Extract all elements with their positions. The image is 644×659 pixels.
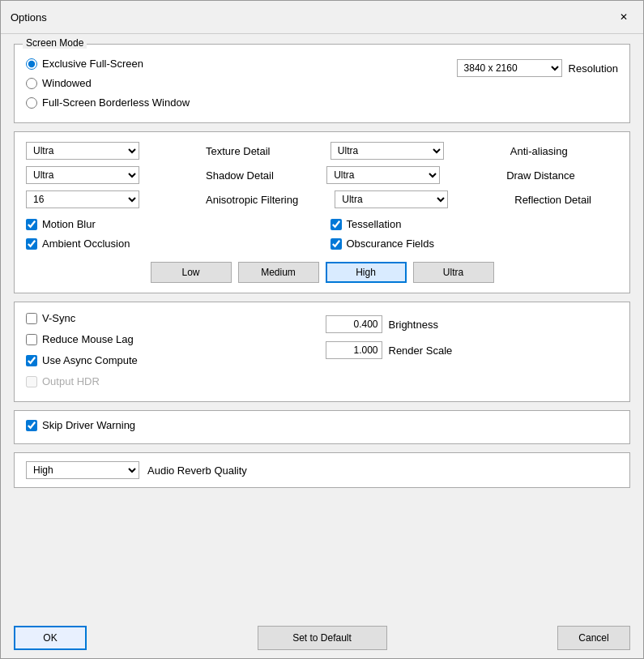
close-button[interactable]: ✕: [614, 7, 633, 27]
render-scale-input[interactable]: [326, 341, 382, 359]
borderless-radio[interactable]: [26, 97, 37, 109]
dialog-footer: OK Set to Default Cancel: [1, 618, 643, 658]
audio-reverb-quality-label: Audio Reverb Quality: [147, 464, 247, 477]
windowed-radio[interactable]: [26, 78, 37, 89]
shadow-detail-select[interactable]: UltraHighMediumLow: [26, 166, 139, 184]
windowed-option[interactable]: Windowed: [26, 77, 441, 89]
quality-checkboxes: Motion Blur Tessellation Ambient Occlusi…: [26, 218, 618, 254]
dialog-title: Options: [11, 11, 47, 24]
skip-driver-warning-label: Skip Driver Warning: [42, 419, 135, 431]
anti-aliasing-label: Anti-aliasing: [510, 145, 618, 157]
driver-warning-group: Skip Driver Warning: [14, 410, 630, 444]
draw-distance-select[interactable]: UltraHighMediumLow: [326, 166, 440, 184]
preset-buttons: Low Medium High Ultra: [26, 262, 618, 283]
exclusive-fullscreen-option[interactable]: Exclusive Full-Screen: [26, 58, 441, 70]
vsync-label: V-Sync: [42, 312, 75, 324]
tessellation-checkbox[interactable]: [331, 219, 342, 230]
windowed-label: Windowed: [42, 77, 92, 89]
tessellation-option[interactable]: Tessellation: [331, 218, 619, 230]
misc-settings-group: V-Sync Reduce Mouse Lag Use Async Comput…: [14, 302, 630, 402]
vsync-option[interactable]: V-Sync: [26, 312, 319, 324]
quality-settings-group: UltraHighMediumLow Texture Detail UltraH…: [14, 131, 630, 293]
use-async-compute-checkbox[interactable]: [26, 355, 37, 366]
tessellation-label: Tessellation: [347, 218, 402, 230]
audio-group: High Ultra Medium Low Audio Reverb Quali…: [14, 452, 630, 488]
output-hdr-checkbox: [26, 376, 37, 387]
resolution-select[interactable]: 3840 x 2160 2560 x 1440 1920 x 1080 1280…: [457, 59, 562, 77]
reflection-detail-select[interactable]: UltraHighMediumLow: [335, 190, 448, 208]
motion-blur-checkbox[interactable]: [26, 219, 37, 230]
anisotropic-filtering-label: Anisotropic Filtering: [206, 194, 325, 206]
resolution-label: Resolution: [569, 62, 618, 75]
brightness-row: Brightness: [326, 315, 619, 333]
exclusive-fullscreen-radio[interactable]: [26, 58, 37, 70]
texture-detail-label: Texture Detail: [206, 145, 321, 157]
draw-distance-label: Draw Distance: [506, 169, 618, 182]
reduce-mouse-lag-checkbox[interactable]: [26, 334, 37, 345]
brightness-label: Brightness: [389, 319, 438, 331]
motion-blur-option[interactable]: Motion Blur: [26, 218, 314, 230]
obscurance-fields-option[interactable]: Obscurance Fields: [331, 237, 619, 250]
set-to-default-button[interactable]: Set to Default: [258, 626, 387, 650]
options-dialog: Options ✕ Screen Mode Exclusive Full-Scr…: [0, 0, 644, 659]
exclusive-fullscreen-label: Exclusive Full-Screen: [42, 58, 143, 70]
low-preset-button[interactable]: Low: [151, 262, 232, 283]
anisotropic-filtering-select[interactable]: 168421: [26, 190, 139, 208]
skip-driver-warning-option[interactable]: Skip Driver Warning: [26, 419, 618, 431]
vsync-checkbox[interactable]: [26, 313, 37, 324]
ambient-occlusion-label: Ambient Occlusion: [42, 237, 130, 250]
output-hdr-option: Output HDR: [26, 375, 319, 387]
reduce-mouse-lag-option[interactable]: Reduce Mouse Lag: [26, 333, 319, 345]
medium-preset-button[interactable]: Medium: [238, 262, 319, 283]
title-bar: Options ✕: [1, 1, 643, 34]
dialog-content: Screen Mode Exclusive Full-Screen Window…: [1, 34, 643, 618]
motion-blur-label: Motion Blur: [42, 218, 96, 230]
obscurance-fields-label: Obscurance Fields: [347, 237, 434, 250]
ultra-preset-button[interactable]: Ultra: [413, 262, 494, 283]
obscurance-fields-checkbox[interactable]: [331, 238, 342, 250]
audio-reverb-quality-select[interactable]: High Ultra Medium Low: [26, 461, 139, 479]
borderless-option[interactable]: Full-Screen Borderless Window: [26, 96, 441, 109]
output-hdr-label: Output HDR: [42, 375, 100, 387]
brightness-input[interactable]: [326, 315, 382, 333]
render-scale-row: Render Scale: [326, 341, 619, 359]
shadow-detail-label: Shadow Detail: [206, 169, 317, 182]
render-scale-label: Render Scale: [389, 344, 453, 357]
reduce-mouse-lag-label: Reduce Mouse Lag: [42, 333, 134, 345]
ambient-occlusion-checkbox[interactable]: [26, 238, 37, 250]
skip-driver-warning-checkbox[interactable]: [26, 420, 37, 431]
texture-detail-select[interactable]: UltraHighMediumLow: [26, 142, 139, 160]
ok-button[interactable]: OK: [14, 626, 87, 650]
ambient-occlusion-option[interactable]: Ambient Occlusion: [26, 237, 314, 250]
anti-aliasing-select[interactable]: UltraHighMediumLow: [331, 142, 444, 160]
borderless-label: Full-Screen Borderless Window: [42, 96, 190, 109]
high-preset-button[interactable]: High: [326, 262, 407, 283]
screen-mode-label: Screen Mode: [23, 37, 87, 49]
cancel-button[interactable]: Cancel: [557, 626, 630, 650]
reflection-detail-label: Reflection Detail: [514, 194, 618, 206]
use-async-compute-label: Use Async Compute: [42, 354, 138, 366]
use-async-compute-option[interactable]: Use Async Compute: [26, 354, 319, 366]
screen-mode-group: Screen Mode Exclusive Full-Screen Window…: [14, 44, 630, 123]
